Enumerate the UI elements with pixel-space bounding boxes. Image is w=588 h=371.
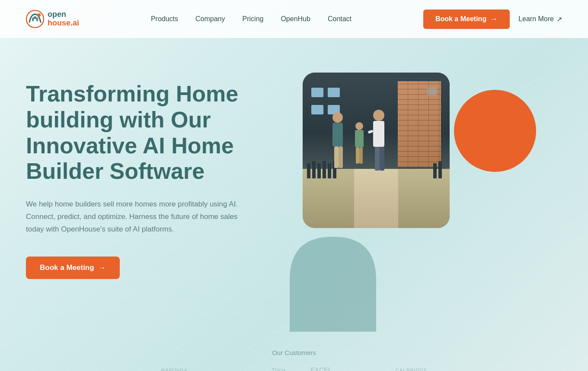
maronda-text-1: MARONDA	[161, 368, 187, 371]
calbridge-text: CALBRIDGE HOMES	[396, 367, 427, 371]
svg-rect-5	[334, 146, 339, 168]
svg-rect-6	[339, 146, 343, 168]
customer-logo-calbridge: CALBRIDGE HOMES	[396, 367, 427, 371]
customer-logo-trico: TricoHomes	[262, 368, 288, 371]
customer-logos-row: MARONDA Homes Hopewell TricoHomes E	[26, 367, 562, 371]
svg-rect-8	[355, 130, 364, 147]
svg-point-7	[355, 122, 363, 130]
window-5	[427, 88, 437, 95]
window-3	[311, 105, 323, 114]
logo-text: open house.ai	[48, 10, 79, 28]
svg-rect-9	[356, 147, 359, 164]
window-2	[328, 88, 340, 97]
window-1	[311, 88, 323, 97]
nav-item-company[interactable]: Company	[195, 15, 225, 23]
svg-rect-12	[373, 121, 384, 147]
navigation: open house.ai Products Company Pricing O…	[0, 0, 588, 38]
fence-board	[312, 161, 316, 178]
svg-rect-13	[375, 147, 380, 171]
svg-point-11	[373, 110, 384, 121]
arrow-icon: →	[490, 15, 498, 24]
svg-rect-14	[380, 147, 384, 171]
teal-arch-decoration	[290, 237, 376, 332]
building-scene	[303, 73, 450, 228]
nav-item-products[interactable]: Products	[151, 15, 178, 23]
svg-rect-15	[368, 130, 373, 134]
fence-board	[307, 163, 310, 178]
hero-cta-label: Book a Meeting	[40, 263, 94, 272]
nav-learn-more-button[interactable]: Learn More ↗	[518, 15, 562, 23]
nav-links: Products Company Pricing OpenHub Contact	[151, 15, 352, 23]
hero-image-area	[285, 73, 562, 323]
fence-board	[438, 161, 442, 178]
nav-item-contact[interactable]: Contact	[328, 15, 352, 23]
logo-icon	[26, 10, 44, 28]
hero-title: Transforming Home building with Our Inno…	[26, 81, 268, 184]
customers-label: Our Customers	[26, 349, 562, 356]
nav-item-openhub[interactable]: OpenHub	[281, 15, 310, 23]
customers-section: Our Customers MARONDA Homes Hopewell Tri…	[0, 340, 588, 371]
svg-rect-10	[359, 147, 363, 164]
nav-actions: Book a Meeting → Learn More ↗	[423, 10, 562, 29]
hero-image-card	[303, 73, 450, 228]
trico-text: TricoHomes	[262, 368, 288, 371]
svg-point-3	[332, 112, 343, 123]
fence-board	[317, 163, 321, 178]
hero-book-meeting-button[interactable]: Book a Meeting →	[26, 257, 120, 279]
nav-book-meeting-button[interactable]: Book a Meeting →	[423, 10, 510, 29]
family-figures	[325, 107, 394, 184]
logo[interactable]: open house.ai	[26, 10, 79, 28]
nav-learn-more-label: Learn More	[518, 15, 554, 23]
excel-text: EXCELHOMES	[310, 367, 333, 371]
orange-circle-decoration	[454, 90, 536, 172]
svg-rect-4	[332, 123, 343, 146]
nav-item-pricing[interactable]: Pricing	[243, 15, 264, 23]
svg-point-2	[37, 13, 41, 17]
fence-board	[433, 163, 437, 178]
svg-rect-1	[34, 19, 36, 21]
customer-logo-excel: EXCELHOMES	[310, 367, 333, 371]
hero-section: Transforming Home building with Our Inno…	[0, 38, 588, 340]
external-link-icon: ↗	[556, 15, 562, 23]
hero-content: Transforming Home building with Our Inno…	[26, 73, 268, 279]
nav-book-meeting-label: Book a Meeting	[435, 15, 486, 23]
customer-logo-maronda: MARONDA Homes	[161, 368, 187, 371]
cta-arrow-icon: →	[99, 263, 106, 272]
hero-description: We help home builders sell more homes mo…	[26, 198, 251, 236]
